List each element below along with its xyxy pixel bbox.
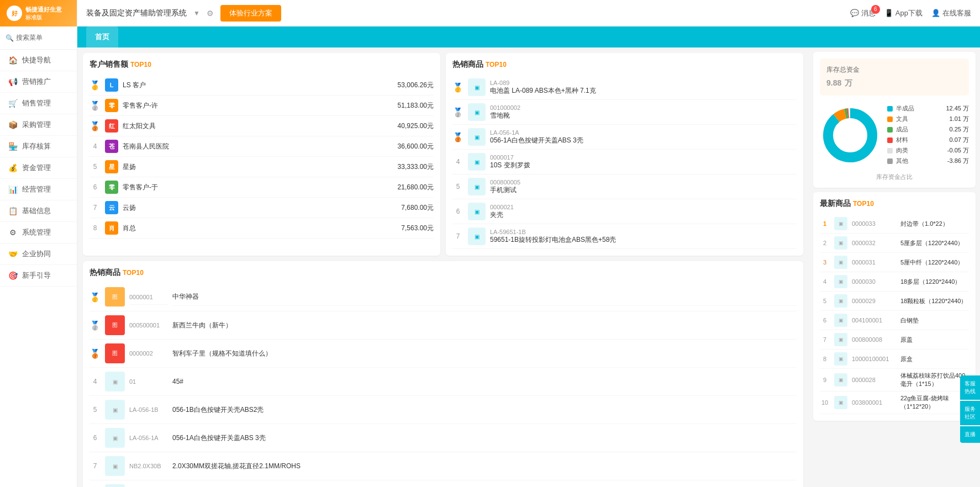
sidebar-item-inventory[interactable]: 🏪 库存核算 (0, 136, 77, 157)
product-rank-row: 5 ▣ 000800005 手机测试 (452, 174, 797, 199)
sidebar-item-finance[interactable]: 💰 资金管理 (0, 157, 77, 179)
hot-row: 4 ▣ 01 45# (89, 368, 797, 396)
newest-prod-row: 7 ▣ 000800008 原盖 (820, 330, 969, 350)
rank-num-5: 5 (89, 163, 101, 171)
cooperation-icon: 🤝 (8, 250, 18, 258)
sidebar-item-system[interactable]: ⚙ 系统管理 (0, 222, 77, 244)
newest-thumb-9: ▣ (834, 373, 847, 387)
float-btn-community[interactable]: 服务 社区 (960, 401, 980, 425)
newest-prod-row: 10 ▣ 003800001 22g鱼豆腐-烧烤味（1*12*20） (820, 391, 969, 414)
topbar: 装备及固定资产辅助管理系统 ▼ ⚙ 体验行业方案 💬 消息 6 📱 App下载 … (77, 0, 980, 27)
hot-num-5: 5 (89, 406, 101, 414)
prod-info-4: 0000017 10S 变刹罗拨 (490, 154, 797, 170)
message-icon: 💬 (850, 9, 859, 17)
trial-button[interactable]: 体验行业方案 (220, 5, 281, 22)
newest-thumb-10: ▣ (834, 396, 847, 409)
sidebar-item-sales[interactable]: 🛒 销售管理 (0, 93, 77, 114)
legend-dot-material (887, 137, 893, 143)
newest-num-9: 9 (820, 377, 830, 383)
app-download-btn[interactable]: 📱 App下载 (884, 8, 923, 18)
float-btn-service[interactable]: 客服 热线 (960, 375, 980, 400)
prod-num-5: 5 (452, 183, 463, 190)
sidebar-item-basics[interactable]: 📋 基础信息 (0, 200, 77, 222)
customer-name-5: 星扬 (123, 162, 393, 172)
customer-value-6: 21,680.00元 (398, 183, 434, 192)
hot-code-1: 0000001 (129, 290, 168, 305)
hot-medal-3: 🥉 (89, 348, 101, 359)
prod-info-3: LA-056-1A 056-1A白色按键开关盖ABS 3壳 (490, 129, 797, 145)
hot-num-6: 6 (89, 434, 101, 442)
prod-medal-2: 🥈 (452, 107, 463, 118)
tab-home[interactable]: 首页 (86, 27, 118, 47)
sidebar-item-cooperation[interactable]: 🤝 企业协同 (0, 244, 77, 265)
gear-icon[interactable]: ⚙ (207, 9, 214, 18)
newest-prod-row: 3 ▣ 0000031 5厘中纤（1220*2440） (820, 253, 969, 272)
customer-badge-2: 零 (105, 99, 118, 112)
newest-thumb-2: ▣ (834, 236, 847, 250)
sidebar-search[interactable]: 🔍 搜索菜单 (0, 27, 77, 50)
newest-prod-row: 9 ▣ 0000028 体械荔枝味苏打饮品400毫升（1*15） (820, 369, 969, 391)
newest-thumb-7: ▣ (834, 333, 847, 346)
newest-code-7: 000800008 (852, 336, 896, 343)
online-service-btn[interactable]: 👤 在线客服 (931, 8, 971, 18)
hot-name-6: 056-1A白色按键开关盖ABS 3壳 (172, 433, 797, 443)
message-badge: 6 (871, 5, 880, 14)
rank-medal-2: 🥈 (89, 100, 101, 111)
customer-value-8: 7,563.00元 (401, 224, 434, 233)
prod-info-6: 0000021 夹壳 (490, 204, 797, 220)
sidebar-logo: 好 畅捷通好生意 标准版 (0, 0, 77, 27)
legend-dot-stationery (887, 117, 893, 122)
newest-prod-row: 2 ▣ 0000032 5厘多层（1220*2440） (820, 234, 969, 253)
customer-rank-row: 6 零 零售客户-于 21,680.00元 (89, 177, 434, 198)
hot-row: 🥇 图 0000001 中华神器 (89, 283, 797, 311)
marketing-icon: 📢 (8, 77, 18, 86)
sidebar-item-guide[interactable]: 🎯 新手引导 (0, 265, 77, 287)
newest-code-9: 0000028 (852, 377, 896, 383)
newest-code-2: 0000032 (852, 240, 896, 246)
page-tabs: 首页 (77, 27, 980, 47)
newest-num-5: 5 (820, 298, 830, 304)
prod-info-2: 001000002 雪地靴 (490, 104, 797, 120)
inventory-total-label: 库存总资金 (826, 65, 962, 75)
rank-num-7: 7 (89, 204, 101, 211)
customer-badge-7: 云 (105, 201, 118, 214)
customer-badge-4: 苍 (105, 140, 118, 153)
newest-prod-row: 1 ▣ 0000033 封边带（1.0*22） (820, 214, 969, 234)
customer-rank-header: 客户销售额 TOP10 (89, 60, 434, 70)
prod-num-6: 6 (452, 208, 463, 215)
product-rank-title: 热销商品 (452, 60, 483, 70)
system-icon: ⚙ (8, 228, 18, 237)
inventory-card: 库存总资金 9.88 万 (813, 52, 976, 188)
newest-code-8: 10000100001 (852, 356, 896, 362)
rank-num-6: 6 (89, 183, 101, 191)
sidebar-item-shortcuts[interactable]: 🏠 快捷导航 (0, 50, 77, 71)
legend-item: 文具 1.01 万 (887, 115, 969, 123)
float-btn-live[interactable]: 直播 (960, 426, 980, 443)
search-menu-btn[interactable]: 🔍 搜索菜单 (6, 31, 71, 45)
newest-num-3: 3 (820, 259, 830, 266)
customer-rank-row: 🥉 红 红太阳文具 40,925.00元 (89, 116, 434, 136)
newest-thumb-8: ▣ (834, 352, 847, 366)
prod-num-7: 7 (452, 232, 463, 240)
legend-item: 成品 0.25 万 (887, 125, 969, 134)
customer-rank-row: 8 肖 肖总 7,563.00元 (89, 218, 434, 239)
prod-medal-3: 🥉 (452, 132, 463, 142)
dropdown-arrow[interactable]: ▼ (193, 9, 200, 17)
inventory-icon: 🏪 (8, 142, 18, 151)
sidebar-item-operations[interactable]: 📊 经营管理 (0, 179, 77, 200)
right-panel: 库存总资金 9.88 万 (809, 47, 980, 487)
hot-code-5: LA-056-1B (129, 406, 168, 413)
sidebar-item-marketing[interactable]: 📢 营销推广 (0, 71, 77, 93)
prod-medal-1: 🥇 (452, 82, 463, 93)
message-btn[interactable]: 💬 消息 6 (850, 8, 876, 18)
sidebar-item-purchase[interactable]: 📦 采购管理 (0, 114, 77, 136)
customer-badge-6: 零 (105, 181, 118, 194)
inventory-total-value: 9.88 万 (826, 75, 962, 89)
customer-value-4: 36,600.00元 (398, 142, 434, 151)
search-icon: 🔍 (6, 34, 14, 42)
customer-name-3: 红太阳文具 (123, 121, 393, 131)
newest-name-1: 封边带（1.0*22） (900, 220, 969, 228)
newest-code-5: 0000029 (852, 298, 896, 304)
content: 客户销售额 TOP10 🥇 L LS 客户 53,006.26元 (77, 47, 980, 487)
rank-num-8: 8 (89, 224, 101, 232)
